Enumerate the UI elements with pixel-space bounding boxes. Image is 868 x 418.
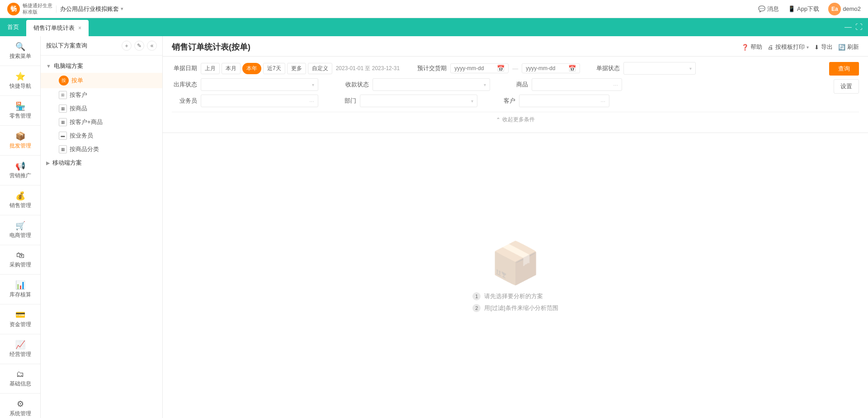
- receipt-status-arrow-icon: ▾: [484, 82, 486, 87]
- user-action[interactable]: Ea demo2: [828, 3, 861, 15]
- refresh-link[interactable]: 🔄 刷新: [838, 43, 859, 51]
- tab-minimize-icon[interactable]: —: [844, 23, 852, 31]
- logo-area: 畅 畅捷通好生意 标准版: [7, 3, 52, 15]
- bill-status-select[interactable]: ▾: [623, 62, 696, 75]
- date-btn-this-month[interactable]: 本月: [222, 63, 241, 74]
- customer-label: 客户: [503, 97, 515, 105]
- left-panel: 按以下方案查询 ＋ ✎ « ▼ 电脑端方案 按 按单: [41, 36, 163, 418]
- empty-hint-item-1: 1 请先选择要分析的方案: [472, 292, 558, 300]
- sidebar-item-marketing[interactable]: 📢 营销推广: [0, 156, 40, 185]
- by-order-icon: 按: [59, 76, 69, 86]
- sidebar-item-inventory[interactable]: 📊 库存核算: [0, 275, 40, 304]
- tree-item-by-salesperson-label: 按业务员: [70, 132, 93, 140]
- sidebar-item-operations[interactable]: 📈 经营管理: [0, 334, 40, 364]
- topbar-title[interactable]: 办公用品行业模拟账套 ▾: [60, 5, 123, 13]
- tree-item-by-customer[interactable]: ⊞ 按客户: [41, 88, 162, 102]
- purchase-icon: 🛍: [16, 251, 24, 260]
- app-download-action[interactable]: 📱 App下载: [788, 5, 819, 13]
- template-print-link[interactable]: 🖨 按模板打印 ▾: [768, 43, 809, 51]
- operations-icon: 📈: [15, 340, 25, 350]
- sidebar-item-ecommerce[interactable]: 🛒 电商管理: [0, 215, 40, 245]
- tree-item-by-order[interactable]: 按 按单: [41, 73, 162, 88]
- tree-group-mobile-header[interactable]: ▶ 移动端方案: [41, 156, 162, 170]
- collapse-up-icon: ⌃: [496, 117, 500, 123]
- left-panel-header: 按以下方案查询 ＋ ✎ «: [41, 36, 162, 56]
- sidebar-item-wholesale[interactable]: 📦 批发管理: [0, 126, 40, 156]
- dropdown-arrow-icon[interactable]: ▾: [121, 6, 123, 12]
- calendar-end-icon: 📅: [568, 65, 576, 72]
- collapse-bar[interactable]: ⌃ 收起更多条件: [172, 112, 859, 127]
- delivery-date-start-input[interactable]: [454, 65, 495, 71]
- tree-item-by-salesperson[interactable]: ▬ 按业务员: [41, 129, 162, 142]
- tree-item-by-customer-label: 按客户: [70, 91, 87, 99]
- star-icon: ⭐: [15, 71, 25, 81]
- goods-dots[interactable]: ···: [613, 81, 618, 88]
- receipt-status-select[interactable]: ▾: [373, 78, 490, 91]
- tree-item-by-customer-goods-label: 按客户+商品: [70, 118, 103, 126]
- sidebar-item-shortcut[interactable]: ⭐ 快捷导航: [0, 66, 40, 96]
- sidebar-item-system[interactable]: ⚙ 系统管理: [0, 394, 40, 418]
- tree-group-pc-label: 电脑端方案: [54, 62, 83, 70]
- goods-input-wrap[interactable]: ···: [532, 78, 622, 91]
- message-icon: 💬: [758, 5, 765, 12]
- print-dropdown-icon[interactable]: ▾: [807, 45, 809, 50]
- tree-item-by-goods-category[interactable]: ▦ 按商品分类: [41, 142, 162, 156]
- page-title: 销售订单统计表(按单): [172, 42, 250, 52]
- filter-action-buttons: 查询 设置: [824, 62, 859, 94]
- sidebar-item-retail[interactable]: 🏪 零售管理: [0, 96, 40, 126]
- page-header-actions: ❓ 帮助 🖨 按模板打印 ▾ ⬇ 导出 🔄 刷新: [741, 43, 859, 51]
- by-customer-icon: ⊞: [59, 91, 67, 99]
- empty-state: 📦 1 请先选择要分析的方案 2 用[过滤]条件来缩小分析范围: [163, 133, 868, 418]
- delivery-date-end-input[interactable]: [526, 65, 566, 71]
- checkout-status-select[interactable]: ▾: [201, 78, 318, 91]
- salesperson-label: 业务员: [172, 97, 197, 105]
- settings-button[interactable]: 设置: [834, 79, 859, 94]
- scheme-tree: ▼ 电脑端方案 按 按单 ⊞ 按客户 ▦: [41, 56, 162, 173]
- topbar-divider: [56, 5, 57, 13]
- department-select[interactable]: ▾: [360, 95, 477, 107]
- sidebar-item-basics[interactable]: 🗂 基础信息: [0, 364, 40, 394]
- edit-scheme-button[interactable]: ✎: [134, 41, 144, 51]
- date-btn-last-7-days[interactable]: 近7天: [263, 63, 285, 74]
- tab-maximize-icon[interactable]: ⛶: [855, 23, 863, 31]
- tab-close-icon[interactable]: ×: [78, 25, 81, 31]
- receipt-status-label: 收款状态: [344, 81, 369, 89]
- sidebar-item-search[interactable]: 🔍 搜索菜单: [0, 36, 40, 66]
- delivery-date-end-wrap[interactable]: 📅: [522, 63, 580, 73]
- sidebar-item-purchase[interactable]: 🛍 采购管理: [0, 245, 40, 275]
- print-icon: 🖨: [768, 44, 774, 51]
- salesperson-dots[interactable]: ···: [309, 98, 314, 104]
- department-label: 部门: [344, 97, 356, 105]
- logo-text: 畅捷通好生意 标准版: [23, 3, 52, 14]
- customer-input-wrap[interactable]: ···: [519, 95, 609, 107]
- message-action[interactable]: 💬 消息: [758, 5, 779, 13]
- system-icon: ⚙: [17, 399, 24, 409]
- help-icon: ❓: [741, 44, 749, 51]
- left-panel-header-actions: ＋ ✎ «: [122, 41, 157, 51]
- customer-dots[interactable]: ···: [600, 98, 605, 104]
- tree-group-pc: ▼ 电脑端方案 按 按单 ⊞ 按客户 ▦: [41, 59, 162, 156]
- tab-home[interactable]: 首页: [0, 18, 26, 36]
- main-content: 按以下方案查询 ＋ ✎ « ▼ 电脑端方案 按 按单: [41, 36, 868, 418]
- tree-item-by-customer-goods[interactable]: ▦ 按客户+商品: [41, 115, 162, 129]
- date-btn-more[interactable]: 更多: [287, 63, 306, 74]
- query-button[interactable]: 查询: [829, 62, 859, 76]
- collapse-panel-button[interactable]: «: [147, 41, 157, 51]
- export-icon: ⬇: [814, 44, 819, 51]
- help-link[interactable]: ❓ 帮助: [741, 43, 762, 51]
- sidebar-item-finance[interactable]: 💳 资金管理: [0, 304, 40, 334]
- add-scheme-button[interactable]: ＋: [122, 41, 132, 51]
- date-btn-this-year[interactable]: 本年: [242, 63, 261, 74]
- date-btn-last-month[interactable]: 上月: [201, 63, 220, 74]
- tree-group-pc-header[interactable]: ▼ 电脑端方案: [41, 59, 162, 73]
- date-label: 单据日期: [172, 64, 197, 72]
- tab-sales-order-stats[interactable]: 销售订单统计表 ×: [26, 20, 89, 36]
- finance-icon: 💳: [15, 310, 25, 320]
- export-link[interactable]: ⬇ 导出: [814, 43, 833, 51]
- date-btn-custom[interactable]: 自定义: [308, 63, 332, 74]
- department-arrow-icon: ▾: [471, 99, 473, 104]
- delivery-date-start-wrap[interactable]: 📅: [450, 63, 509, 73]
- salesperson-input-wrap[interactable]: ···: [201, 95, 318, 107]
- sidebar-item-sales[interactable]: 💰 销售管理: [0, 185, 40, 215]
- tree-item-by-goods[interactable]: ▦ 按商品: [41, 102, 162, 115]
